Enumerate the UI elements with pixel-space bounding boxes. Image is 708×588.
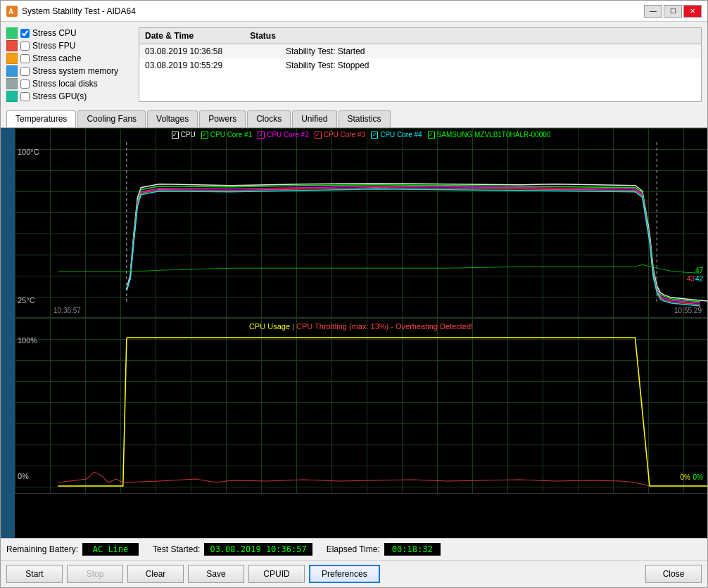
stress-cache-item: Stress cache: [6, 53, 133, 64]
elapsed-label: Elapsed Time:: [327, 544, 380, 554]
stress-mem-label: Stress system memory: [32, 66, 118, 76]
close-window-button[interactable]: ✕: [683, 5, 702, 18]
tab-temperatures[interactable]: Temperatures: [6, 110, 76, 127]
titlebar: A System Stability Test - AIDA64 — ☐ ✕: [1, 1, 707, 22]
status-datetime-0: 03.08.2019 10:36:58: [145, 46, 229, 56]
battery-label: Remaining Battery:: [6, 544, 78, 554]
tabs-bar: Temperatures Cooling Fans Voltages Power…: [1, 108, 707, 128]
status-text-1: Stability Test: Stopped: [286, 60, 369, 70]
battery-group: Remaining Battery: AC Line: [6, 543, 139, 556]
elapsed-group: Elapsed Time: 00:18:32: [327, 543, 441, 556]
usage-chart-bg: CPU Usage | CPU Throttling (max: 13%) - …: [15, 318, 707, 493]
tab-cooling-fans[interactable]: Cooling Fans: [77, 110, 146, 127]
test-started-group: Test Started: 03.08.2019 10:36:57: [153, 543, 312, 556]
clear-button[interactable]: Clear: [127, 565, 184, 583]
temp-val-43: 43: [687, 274, 695, 283]
maximize-button[interactable]: ☐: [664, 5, 682, 18]
test-started-label: Test Started:: [153, 544, 200, 554]
charts-area: ✓ CPU ✓ CPU Core #1 ✓ CPU Core #2: [1, 128, 707, 538]
tab-clocks[interactable]: Clocks: [247, 110, 291, 127]
tab-voltages[interactable]: Voltages: [147, 110, 198, 127]
stress-gpu-label: Stress GPU(s): [32, 91, 87, 101]
col-status: Status: [250, 31, 276, 41]
stress-disk-checkbox[interactable]: [20, 79, 30, 89]
stress-options: Stress CPU Stress FPU Stress cache Stres…: [6, 27, 133, 102]
chart-sidebar: [1, 128, 15, 538]
temp-chart: ✓ CPU ✓ CPU Core #1 ✓ CPU Core #2: [15, 128, 707, 318]
stress-fpu-label: Stress FPU: [32, 41, 75, 51]
gpu-icon: [6, 91, 18, 102]
status-row-1: 03.08.2019 10:55:29 Stability Test: Stop…: [139, 58, 701, 72]
usage-val-right1: 0%: [681, 472, 690, 482]
button-bar: Start Stop Clear Save CPUID Preferences …: [1, 560, 707, 587]
usage-chart: CPU Usage | CPU Throttling (max: 13%) - …: [15, 318, 707, 494]
status-datetime-1: 03.08.2019 10:55:29: [145, 60, 229, 70]
main-content: Stress CPU Stress FPU Stress cache Stres…: [1, 22, 707, 587]
aida64-icon: A: [6, 6, 18, 17]
stop-button[interactable]: Stop: [67, 565, 123, 583]
stress-disk-item: Stress local disks: [6, 78, 133, 89]
window-title: System Stability Test - AIDA64: [22, 6, 136, 16]
stress-gpu-item: Stress GPU(s): [6, 91, 133, 102]
fpu-icon: [6, 40, 18, 51]
stress-gpu-checkbox[interactable]: [20, 92, 30, 101]
stress-fpu-item: Stress FPU: [6, 40, 133, 51]
tab-powers[interactable]: Powers: [199, 110, 246, 127]
main-window: A System Stability Test - AIDA64 — ☐ ✕ S…: [0, 0, 708, 588]
cache-icon: [6, 53, 18, 64]
status-text-0: Stability Test: Started: [286, 46, 365, 56]
stress-mem-checkbox[interactable]: [20, 67, 30, 76]
stress-cpu-label: Stress CPU: [32, 28, 77, 38]
mem-icon: [6, 65, 18, 77]
bottom-bar: Remaining Battery: AC Line Test Started:…: [1, 538, 707, 560]
stress-cpu-checkbox[interactable]: [20, 29, 30, 38]
test-started-value: 03.08.2019 10:36:57: [204, 543, 312, 556]
stress-cache-label: Stress cache: [32, 53, 81, 63]
status-panel: Date & Time Status 03.08.2019 10:36:58 S…: [139, 27, 702, 102]
cpuid-button[interactable]: CPUID: [248, 565, 305, 583]
titlebar-buttons: — ☐ ✕: [644, 5, 702, 18]
svg-text:A: A: [8, 8, 13, 15]
disk-icon: [6, 78, 18, 89]
battery-value: AC Line: [82, 543, 139, 556]
charts-inner: ✓ CPU ✓ CPU Core #1 ✓ CPU Core #2: [15, 128, 707, 538]
top-panel: Stress CPU Stress FPU Stress cache Stres…: [1, 22, 707, 108]
stress-cache-checkbox[interactable]: [20, 54, 30, 63]
col-datetime: Date & Time: [145, 31, 194, 41]
close-button[interactable]: Close: [645, 565, 702, 583]
tab-statistics[interactable]: Statistics: [339, 110, 391, 127]
status-header: Date & Time Status: [139, 28, 701, 44]
preferences-button[interactable]: Preferences: [309, 565, 380, 583]
stress-fpu-checkbox[interactable]: [20, 41, 30, 51]
titlebar-left: A System Stability Test - AIDA64: [6, 6, 136, 17]
usage-svg: [15, 318, 707, 493]
tab-unified[interactable]: Unified: [292, 110, 336, 127]
elapsed-value: 00:18:32: [384, 543, 441, 556]
temp-val-42: 42: [695, 274, 703, 283]
usage-val-right2: 0%: [693, 472, 703, 482]
save-button[interactable]: Save: [188, 565, 244, 583]
minimize-button[interactable]: —: [644, 5, 662, 18]
status-row-0: 03.08.2019 10:36:58 Stability Test: Star…: [139, 44, 701, 58]
temp-chart-bg: ✓ CPU ✓ CPU Core #1 ✓ CPU Core #2: [15, 128, 707, 317]
cpu-icon: [6, 27, 18, 39]
temp-svg: [15, 128, 707, 317]
stress-cpu-item: Stress CPU: [6, 27, 133, 39]
stress-disk-label: Stress local disks: [32, 79, 98, 89]
start-button[interactable]: Start: [6, 565, 63, 583]
stress-mem-item: Stress system memory: [6, 65, 133, 77]
